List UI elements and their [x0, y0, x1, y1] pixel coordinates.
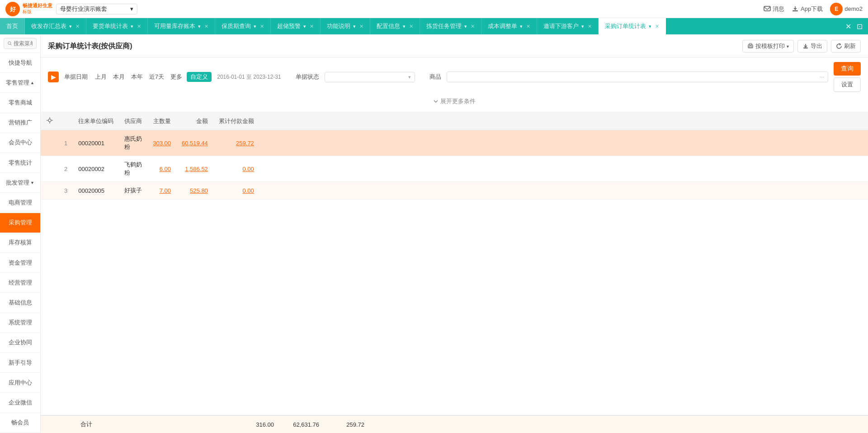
- tab-warranty[interactable]: 保质期查询 ▾ ✕: [215, 18, 271, 34]
- row-amount[interactable]: 1,586.52: [176, 156, 213, 182]
- tab-config[interactable]: 配置信息 ▾ ✕: [370, 18, 420, 34]
- tab-close-icon8[interactable]: ✕: [471, 24, 475, 29]
- col-extra-header: [259, 112, 868, 130]
- col-settings[interactable]: [41, 112, 59, 130]
- row-paid-amount[interactable]: 0.00: [213, 182, 259, 200]
- tab-overstock[interactable]: 超储预警 ▾ ✕: [271, 18, 321, 34]
- sidebar-item-basic-info[interactable]: 基础信息: [0, 293, 40, 313]
- close-all-tabs-button[interactable]: ✕: [844, 21, 853, 32]
- sidebar-item-purchase[interactable]: 采购管理: [0, 213, 40, 233]
- status-filter-select[interactable]: ▾: [325, 72, 415, 82]
- table-row[interactable]: 1 00020001 惠氏奶粉 303.00 60,519.44 259.72: [41, 130, 868, 156]
- tab-close-icon7[interactable]: ✕: [409, 24, 413, 29]
- shortcut-last-month[interactable]: 上月: [93, 72, 108, 82]
- tab-pick-task[interactable]: 拣货任务管理 ▾ ✕: [420, 18, 481, 34]
- sidebar-item-member-center[interactable]: 会员中心: [0, 133, 40, 153]
- user-avatar: E: [830, 3, 843, 15]
- user-info[interactable]: E demo2: [830, 3, 863, 15]
- filter-row-main: ▶ 单据日期 上月 本月 本年 近7天 更多 自定义 2016-01-01 至 …: [48, 62, 861, 92]
- row-paid-amount[interactable]: 259.72: [213, 130, 259, 156]
- sidebar-item-system[interactable]: 系统管理: [0, 313, 40, 333]
- tab-close-icon9[interactable]: ✕: [526, 24, 530, 29]
- goods-filter-input[interactable]: ···: [447, 71, 828, 82]
- query-button[interactable]: 查询: [834, 62, 861, 76]
- tab-home[interactable]: 首页: [0, 18, 25, 34]
- message-label: 消息: [773, 5, 784, 13]
- sidebar-item-label: 应用中心: [9, 379, 32, 387]
- print-button[interactable]: 按模板打印 ▾: [742, 40, 794, 52]
- col-amount-header: 金额: [176, 112, 213, 130]
- shortcut-this-month[interactable]: 本月: [111, 72, 127, 82]
- tab-close-icon[interactable]: ✕: [75, 24, 80, 29]
- row-main-qty[interactable]: 6.00: [147, 156, 176, 182]
- sidebar-item-enterprise[interactable]: 企业协同: [0, 333, 40, 353]
- tab-invite[interactable]: 邀请下游客户 ▾ ✕: [537, 18, 599, 34]
- sidebar-item-wholesale[interactable]: 批发管理: [0, 173, 40, 193]
- tab-close-icon11[interactable]: ✕: [655, 24, 659, 29]
- sidebar-item-retail-mall[interactable]: 零售商城: [0, 93, 40, 113]
- row-main-qty[interactable]: 303.00: [147, 130, 176, 156]
- footer-paid-amount: 259.72: [325, 421, 370, 428]
- row-paid-amount[interactable]: 0.00: [213, 156, 259, 182]
- print-dropdown-icon: ▾: [787, 44, 789, 49]
- sidebar-search-input[interactable]: [14, 40, 33, 47]
- sidebar-item-marketing[interactable]: 营销推广: [0, 113, 40, 133]
- shortcut-this-year[interactable]: 本年: [129, 72, 145, 82]
- table-row[interactable]: 3 00020005 好孩子 7.00 525.80 0.00: [41, 182, 868, 200]
- sidebar-item-vip[interactable]: 畅会员: [0, 413, 40, 433]
- tab-cost-adjust[interactable]: 成本调整单 ▾ ✕: [481, 18, 537, 34]
- sidebar-item-label: 畅会员: [11, 419, 29, 427]
- sidebar-item-app-center[interactable]: 应用中心: [0, 373, 40, 393]
- filter-toggle-button[interactable]: ▶: [48, 71, 59, 82]
- row-expand[interactable]: [41, 130, 59, 156]
- row-amount[interactable]: 525.80: [176, 182, 213, 200]
- sidebar-item-enterprise-wechat[interactable]: 企业微信: [0, 393, 40, 413]
- row-expand[interactable]: [41, 182, 59, 200]
- tab-close-icon4[interactable]: ✕: [260, 24, 264, 29]
- expand-tabs-button[interactable]: ⊡: [855, 21, 864, 32]
- col-paid-amount-header: 累计付款金额: [213, 112, 259, 130]
- logo-area: 好 畅捷通好生意 标版: [5, 2, 52, 16]
- refresh-button[interactable]: 刷新: [831, 40, 861, 52]
- row-main-qty[interactable]: 7.00: [147, 182, 176, 200]
- main-layout: 快捷导航 零售管理 零售商城 营销推广 会员中心 零售统计 批发管理 电商管理 …: [0, 34, 868, 433]
- tab-close-icon5[interactable]: ✕: [310, 24, 314, 29]
- sidebar-item-finance[interactable]: 资金管理: [0, 253, 40, 273]
- expand-icon: [433, 99, 439, 104]
- sidebar-item-ecommerce[interactable]: 电商管理: [0, 193, 40, 213]
- shortcut-more[interactable]: 更多: [169, 72, 184, 82]
- row-num-cell: 1: [59, 130, 73, 156]
- tab-close-icon2[interactable]: ✕: [137, 24, 141, 29]
- tab-close-icon6[interactable]: ✕: [359, 24, 363, 29]
- tab-arrow-icon5: ▾: [303, 24, 306, 29]
- sidebar-item-stock-check[interactable]: 库存核算: [0, 233, 40, 253]
- app-download-button[interactable]: App下载: [792, 5, 823, 13]
- tab-close-icon10[interactable]: ✕: [588, 24, 592, 29]
- sidebar-item-new-guide[interactable]: 新手引导: [0, 353, 40, 373]
- table-row[interactable]: 2 00020002 飞鹤奶粉 6.00 1,586.52 0.00: [41, 156, 868, 182]
- tab-order-stats[interactable]: 要货单统计表 ▾ ✕: [86, 18, 148, 34]
- search-icon: [8, 41, 12, 46]
- sidebar-item-retail-mgmt[interactable]: 零售管理: [0, 73, 40, 93]
- workspace-selector[interactable]: 母婴行业演示账套 ▾: [56, 4, 137, 14]
- search-input-wrapper[interactable]: [4, 38, 37, 49]
- tab-arrow-icon2: ▾: [131, 24, 133, 29]
- settings-button[interactable]: 设置: [834, 77, 861, 92]
- tab-function[interactable]: 功能说明 ▾ ✕: [321, 18, 370, 34]
- row-amount[interactable]: 60,519.44: [176, 130, 213, 156]
- row-expand[interactable]: [41, 156, 59, 182]
- message-button[interactable]: 消息: [764, 5, 784, 13]
- expand-more-button[interactable]: 展开更多条件: [431, 95, 477, 107]
- tab-purchase-summary[interactable]: 采购订单统计表 ▾ ✕: [599, 18, 666, 34]
- tab-receive-send[interactable]: 收发存汇总表 ▾ ✕: [25, 18, 86, 34]
- sidebar-item-quick-nav[interactable]: 快捷导航: [0, 53, 40, 73]
- sidebar-item-label: 电商管理: [9, 199, 32, 207]
- export-button[interactable]: 导出: [797, 40, 827, 52]
- shortcut-custom[interactable]: 自定义: [187, 72, 212, 82]
- sidebar-item-retail-stats[interactable]: 零售统计: [0, 153, 40, 173]
- shortcut-7days[interactable]: 近7天: [147, 72, 166, 82]
- row-extra: [259, 130, 868, 156]
- tab-available-stock[interactable]: 可用量库存账本 ▾ ✕: [148, 18, 215, 34]
- sidebar-item-ops[interactable]: 经营管理: [0, 273, 40, 293]
- tab-close-icon3[interactable]: ✕: [204, 24, 208, 29]
